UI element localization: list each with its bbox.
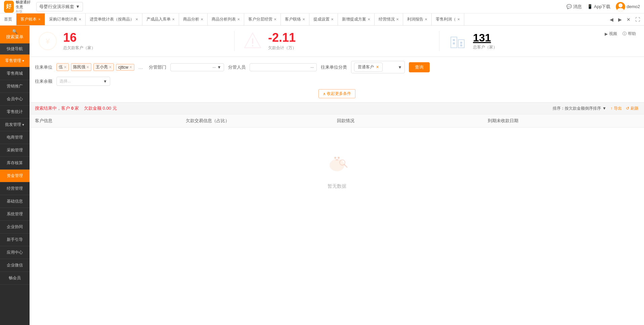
tab-inbound-stat[interactable]: 进货单统计表（按商品） ✕: [86, 13, 142, 25]
tab-promotion-settings[interactable]: 提成设置 ✕: [309, 13, 338, 25]
tab-operation-status[interactable]: 经营情况 ✕: [375, 13, 403, 25]
close-tab-operation-status[interactable]: ✕: [396, 17, 399, 21]
sidebar-item-member-center[interactable]: 会员中心: [0, 93, 30, 106]
sidebar-item-wholesale-mgmt[interactable]: 批发管理 ▼: [0, 118, 30, 131]
sidebar-item-enterprise-coop[interactable]: 企业协同: [0, 221, 30, 233]
filter-tag-0[interactable]: 伍 ✕: [56, 63, 69, 71]
svg-line-19: [344, 165, 347, 167]
filter-more-button[interactable]: ...: [136, 64, 145, 71]
top-header: 好 畅捷通好生意 标版 母婴行业演示账套 ▼ 💬 消息 📱 App下载 demo…: [0, 0, 644, 13]
debt-icon: [243, 31, 263, 51]
export-button[interactable]: ↑ 导出: [610, 106, 622, 111]
yuan-icon: ¥: [38, 31, 58, 51]
refresh-button[interactable]: ↺ 刷新: [626, 106, 639, 111]
close-tab-promotion-settings[interactable]: ✕: [331, 17, 334, 21]
sidebar-item-app-center[interactable]: 应用中心: [0, 246, 30, 259]
sidebar-item-vip-member[interactable]: 畅会员: [0, 272, 30, 285]
tab-next-button[interactable]: ▶: [617, 16, 623, 23]
tab-customer-account[interactable]: 客户账本 ✕: [16, 13, 45, 25]
tab-product-analysis[interactable]: 商品分析 ✕: [179, 13, 208, 25]
search-result-bar: 搜索结果中，客户 0 家 欠款金额 0.00 元 排序：按欠款金额倒序排序 ▼ …: [30, 103, 644, 114]
sidebar-item-purchase-mgmt[interactable]: 采购管理: [0, 144, 30, 157]
remove-tag-1[interactable]: ✕: [86, 65, 89, 69]
sidebar-item-retail-stat[interactable]: 零售统计: [0, 106, 30, 118]
person-selector[interactable]: ···: [250, 63, 317, 71]
svg-point-17: [336, 159, 338, 160]
stat-debtors-values: 16 总欠款客户（家）: [63, 32, 95, 51]
user-avatar[interactable]: demo2: [616, 2, 640, 11]
tab-customer-contact[interactable]: 客户联络 ✕: [281, 13, 309, 25]
close-tab-product-analysis-list[interactable]: ✕: [237, 17, 240, 21]
tab-prev-button[interactable]: ◀: [608, 16, 615, 23]
dept-label: 分管部门: [149, 64, 166, 70]
building-icon: [447, 31, 468, 51]
close-tab-customer-account[interactable]: ✕: [38, 17, 41, 21]
empty-text: 暂无数据: [328, 183, 346, 189]
close-tab-profit-report[interactable]: ✕: [425, 17, 427, 21]
balance-selector[interactable]: 选择... ▼: [56, 77, 110, 86]
query-button[interactable]: 查询: [409, 62, 430, 72]
remove-tag-0[interactable]: ✕: [64, 65, 67, 69]
remove-tag-3[interactable]: ✕: [129, 65, 132, 69]
tab-profit-report[interactable]: 利润报告 ✕: [403, 13, 432, 25]
tab-cost-inbound[interactable]: 产成品入库单 ✕: [142, 13, 179, 25]
close-tab-inbound-stat[interactable]: ✕: [135, 17, 138, 21]
table-header: 客户信息 欠款交易信息（占比） 回款情况 到期未收款日期: [30, 114, 644, 128]
filter-area: 往来单位 伍 ✕ 陈民强 ✕ 王小亮 ✕ cjttcw: [30, 57, 644, 103]
tab-customer-segmentation[interactable]: 客户分层经营 ✕: [244, 13, 281, 25]
tab-home[interactable]: 首页: [0, 13, 16, 25]
remove-tag-2[interactable]: ✕: [109, 65, 112, 69]
filter-tag-3[interactable]: cjttcw ✕: [116, 64, 134, 71]
tab-retail-profit[interactable]: 零售利润（ ✕: [432, 13, 464, 25]
message-icon: 💬: [566, 4, 572, 9]
close-tab-cost-inbound[interactable]: ✕: [172, 17, 175, 21]
sidebar-item-capital-mgmt[interactable]: 资金管理: [0, 170, 30, 182]
close-tab-customer-contact[interactable]: ✕: [302, 17, 305, 21]
tab-fullscreen-button[interactable]: ⛶: [634, 16, 641, 23]
sidebar-item-basic-info[interactable]: 基础信息: [0, 195, 30, 208]
workspace-selector[interactable]: 母婴行业演示账套 ▼: [36, 2, 83, 11]
close-tab-product-analysis[interactable]: ✕: [201, 17, 203, 21]
sidebar-item-enterprise-wechat[interactable]: 企业微信: [0, 259, 30, 272]
sidebar-item-ecom-mgmt[interactable]: 电商管理: [0, 131, 30, 144]
tab-close-all-button[interactable]: ✕: [625, 16, 632, 23]
avatar-image: [616, 2, 625, 11]
logo-icon: 好: [4, 1, 14, 13]
close-tab-purchase-order[interactable]: ✕: [79, 17, 81, 21]
sidebar-search[interactable]: 🔍 搜索菜单: [0, 26, 30, 43]
collapse-button[interactable]: ∧ 收起更多条件: [318, 89, 355, 98]
app-download-button[interactable]: 📱 App下载: [587, 4, 610, 10]
category-selector[interactable]: 普通客户 ✕ ▼: [351, 61, 405, 73]
content-area: ¥ 16 总欠款客户（家）: [30, 26, 644, 325]
sidebar-item-marketing[interactable]: 营销推广: [0, 80, 30, 93]
close-tab-new-promotion-plan[interactable]: ✕: [368, 17, 370, 21]
sort-selector[interactable]: 排序：按欠款金额倒序排序 ▼: [553, 106, 606, 111]
sidebar-item-system-mgmt[interactable]: 系统管理: [0, 208, 30, 221]
tab-purchase-order[interactable]: 采购订单统计表 ✕: [45, 13, 86, 25]
sidebar-item-new-guide[interactable]: 新手引导: [0, 233, 30, 246]
sidebar-item-operation-mgmt[interactable]: 经营管理: [0, 182, 30, 195]
filter-tag-2[interactable]: 王小亮 ✕: [93, 63, 114, 71]
message-button[interactable]: 💬 消息: [566, 4, 582, 10]
stat-divider-2: [439, 31, 439, 51]
svg-rect-12: [460, 44, 462, 46]
close-tab-retail-profit[interactable]: ✕: [457, 17, 460, 21]
filter-tag-1[interactable]: 陈民强 ✕: [71, 63, 91, 71]
header-left: 好 畅捷通好生意 标版 母婴行业演示账套 ▼: [4, 0, 83, 13]
dept-selector[interactable]: ··· ▼: [170, 63, 224, 71]
video-button[interactable]: ▶ 视频: [605, 31, 617, 37]
sidebar-item-inventory-check[interactable]: 库存核算: [0, 157, 30, 170]
collapse-row: ∧ 收起更多条件: [35, 89, 639, 98]
help-button[interactable]: ⓘ 帮助: [622, 31, 636, 37]
close-tab-customer-segmentation[interactable]: ✕: [274, 17, 276, 21]
svg-point-15: [334, 157, 336, 159]
tab-product-analysis-list[interactable]: 商品分析列表 ✕: [208, 13, 244, 25]
tab-new-promotion-plan[interactable]: 新增提成方案 ✕: [338, 13, 375, 25]
sidebar-item-retail-mgmt[interactable]: 零售管理 ▼: [0, 55, 30, 67]
sidebar-item-retail-mall[interactable]: 零售商城: [0, 67, 30, 80]
sidebar-quick-nav[interactable]: 快捷导航: [0, 43, 30, 55]
stat-debt-amount: -2.11 欠款合计（万）: [243, 31, 431, 51]
svg-point-1: [617, 8, 624, 11]
chevron-down-category: ▼: [398, 65, 402, 70]
remove-category[interactable]: ✕: [376, 65, 379, 69]
